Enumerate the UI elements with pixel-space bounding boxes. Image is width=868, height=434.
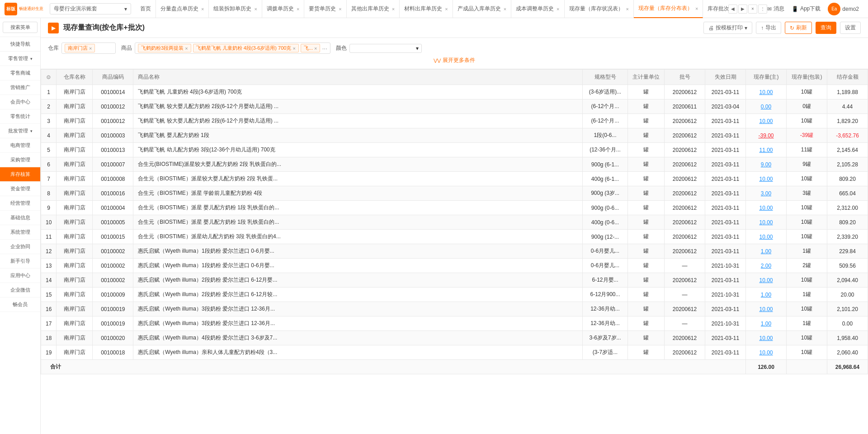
logo-text: 畅捷通好生意: [19, 6, 43, 12]
cell-stock-main[interactable]: 10.00: [746, 215, 787, 230]
cell-stock-main[interactable]: 10.00: [746, 172, 787, 186]
sidebar-item-basics[interactable]: 基础信息: [0, 211, 40, 225]
table-row: 16 南岸门店 00100019 惠氏启赋（Wyeth illuma）3段奶粉 …: [41, 302, 868, 316]
sidebar-item-inventory[interactable]: 库存核算: [0, 167, 40, 182]
tab-other-out-history[interactable]: 其他出库单历史 ×: [347, 0, 400, 18]
cell-expire: 2021-03-11: [705, 345, 746, 360]
close-other-out-history[interactable]: ×: [392, 6, 395, 12]
cell-stock-main[interactable]: 9.00: [746, 157, 787, 172]
tab-stock-status[interactable]: 现存量（库存状况表） ×: [565, 0, 634, 18]
cell-stock-main[interactable]: 10.00: [746, 85, 787, 99]
remove-product-tag-3[interactable]: ×: [314, 46, 317, 51]
sidebar-item-wholesale-mgmt[interactable]: 批发管理 ▾: [0, 124, 40, 138]
sidebar-item-label: 新手引导: [10, 258, 30, 264]
tab-disassemble-history[interactable]: 组装拆卸单历史 ×: [209, 0, 262, 18]
tab-close-arrow[interactable]: ×: [748, 5, 757, 14]
cell-stock-main[interactable]: 2.00: [746, 259, 787, 273]
cell-stock-main[interactable]: 1.00: [746, 244, 787, 259]
tab-batch-account[interactable]: 库存批次账 ×: [703, 0, 728, 18]
refresh-btn[interactable]: ↻ 刷新: [785, 22, 812, 34]
template-print-btn[interactable]: 🖨 按模板打印 ▾: [703, 22, 752, 34]
close-disassemble-history[interactable]: ×: [254, 6, 257, 12]
sidebar-item-ecommerce[interactable]: 电商管理: [0, 138, 40, 153]
cell-name: 惠氏启赋（Wyeth illuma）3段奶粉 爱尔兰进口 12-36月...: [133, 302, 583, 316]
table-row: 12 南岸门店 00100002 惠氏启赋（Wyeth illuma）1段奶粉 …: [41, 244, 868, 259]
sidebar-item-enterprise-wechat[interactable]: 企业微信: [0, 283, 40, 297]
warehouse-tag-container[interactable]: 南岸门店 ×: [61, 42, 116, 54]
sidebar-item-retail-shop[interactable]: 零售商城: [0, 66, 40, 80]
cell-stock-main[interactable]: 1.00: [746, 288, 787, 302]
cell-expire: 2021-03-11: [705, 85, 746, 99]
sidebar-item-retail-stats[interactable]: 零售统计: [0, 109, 40, 124]
cell-batch: 20200612: [665, 85, 705, 99]
cell-stock-main[interactable]: 10.00: [746, 345, 787, 360]
tab-home[interactable]: 首页: [136, 0, 156, 18]
filter-area: 仓库 南岸门店 × 商品 飞鹤奶粉3段两提装 ×: [41, 38, 868, 69]
sidebar-item-enterprise[interactable]: 企业协同: [0, 240, 40, 254]
remove-product-tag-1[interactable]: ×: [185, 46, 188, 51]
sidebar-item-marketing[interactable]: 营销推广: [0, 80, 40, 95]
tab-product-in-history[interactable]: 产成品入库单历史 ×: [453, 0, 511, 18]
cell-stock-main[interactable]: -39.00: [746, 128, 787, 143]
app-download-btn[interactable]: 📱 App下载: [792, 5, 821, 13]
close-material-out-history[interactable]: ×: [445, 6, 448, 12]
tab-cost-adjust-history[interactable]: 成本调整单历史 ×: [511, 0, 564, 18]
cell-stock-main[interactable]: 11.00: [746, 143, 787, 157]
sidebar-item-app-center[interactable]: 应用中心: [0, 269, 40, 283]
product-tags-more[interactable]: ···: [322, 45, 327, 52]
cell-stock-main[interactable]: 0.00: [746, 99, 787, 114]
account-selector[interactable]: 母婴行业演示账套 ▾: [50, 3, 131, 14]
cell-stock-main[interactable]: 10.00: [746, 114, 787, 128]
expand-sidebar-btn[interactable]: ▶: [48, 23, 59, 33]
remove-warehouse-tag[interactable]: ×: [89, 46, 92, 51]
remove-product-tag-2[interactable]: ×: [292, 46, 295, 51]
tab-search-history[interactable]: 调拨单历史 ×: [262, 0, 304, 18]
sidebar-item-finance[interactable]: 资金管理: [0, 182, 40, 196]
message-btn[interactable]: ✉ 消息: [767, 5, 784, 13]
cell-stock-main[interactable]: 10.00: [746, 302, 787, 316]
close-cost-adjust-history[interactable]: ×: [557, 6, 559, 12]
tab-split-history[interactable]: 分量盘点单历史 ×: [156, 0, 209, 18]
close-split-history[interactable]: ×: [201, 6, 204, 12]
tab-prev-arrow[interactable]: ◀: [728, 5, 737, 14]
color-tag-container[interactable]: ▾: [349, 44, 422, 53]
cell-stock-main[interactable]: 10.00: [746, 273, 787, 288]
sidebar-item-member[interactable]: 会员中心: [0, 95, 40, 109]
sidebar-item-operations[interactable]: 经营管理: [0, 196, 40, 211]
close-product-in-history[interactable]: ×: [504, 6, 506, 12]
cell-stock-main[interactable]: 1.00: [746, 316, 787, 331]
cell-stock-main[interactable]: 10.00: [746, 201, 787, 215]
tab-material-out-history[interactable]: 材料出库单历史 ×: [400, 0, 453, 18]
cell-stock-main[interactable]: 3.00: [746, 186, 787, 201]
export-btn[interactable]: ↑ 导出: [756, 22, 781, 34]
tab-menu-arrow[interactable]: ⋮: [758, 5, 767, 14]
close-search-history[interactable]: ×: [297, 6, 299, 12]
close-request-history[interactable]: ×: [339, 6, 341, 12]
expand-filters-btn[interactable]: ⋁⋁ 展开更多条件: [48, 57, 861, 64]
product-tag-container[interactable]: 飞鹤奶粉3段两提装 × 飞鹤星飞帆 儿童奶粉 4段(3-6岁适用) 700克 ×…: [135, 42, 330, 54]
user-menu[interactable]: Ea demo2: [828, 3, 859, 15]
cell-unit: 罐: [628, 128, 665, 143]
tab-next-arrow[interactable]: ▶: [738, 5, 747, 14]
query-btn[interactable]: 查询: [816, 22, 836, 34]
cell-spec: 6-12月900...: [583, 288, 628, 302]
sidebar-item-new-guide[interactable]: 新手引导: [0, 254, 40, 269]
cell-stock-main[interactable]: 10.00: [746, 230, 787, 244]
sidebar-item-system[interactable]: 系统管理: [0, 225, 40, 240]
th-spec: 规格型号: [583, 70, 628, 85]
close-stock-status[interactable]: ×: [626, 6, 629, 12]
sidebar-item-label: 企业协同: [10, 243, 30, 250]
search-single-btn[interactable]: 搜索英单: [3, 22, 38, 33]
sidebar-item-purchase[interactable]: 采购管理: [0, 153, 40, 167]
quick-nav-btn[interactable]: 快捷导航: [0, 39, 40, 49]
settings-btn[interactable]: 设置: [840, 22, 861, 34]
sidebar-item-retail-mgmt[interactable]: 零售管理 ▾: [0, 52, 40, 66]
cell-stock-main[interactable]: 10.00: [746, 331, 787, 345]
tab-request-history[interactable]: 要货单历史 ×: [304, 0, 346, 18]
close-stock-dist[interactable]: ×: [695, 6, 698, 11]
cell-spec: 0-6月婴儿...: [583, 259, 628, 273]
sidebar-item-vip-member[interactable]: 畅会员: [0, 297, 40, 312]
gear-icon[interactable]: ⚙: [46, 74, 51, 80]
table-row: 6 南岸门店 00100007 合生元(BIOSTIME)派星较大婴儿配方奶粉 …: [41, 157, 868, 172]
tab-stock-dist[interactable]: 现存量（库存分布表） ×: [634, 0, 703, 18]
